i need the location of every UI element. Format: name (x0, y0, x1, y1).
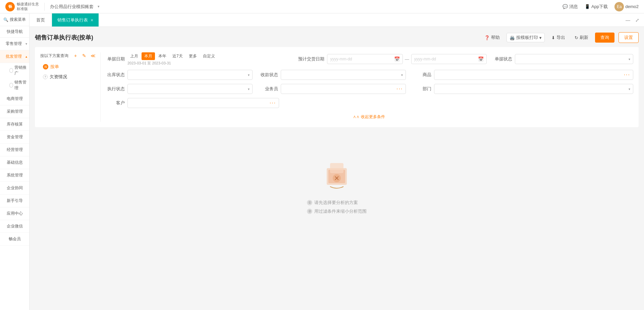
sidebar-item-basic[interactable]: 基础信息 (0, 156, 29, 169)
export-button[interactable]: ⬇ 导出 (549, 33, 568, 42)
tab-home[interactable]: 首页 (30, 13, 52, 27)
calendar-icon: 📅 (394, 56, 400, 62)
tab-active[interactable]: 销售订单执行表 × (52, 13, 99, 27)
sidebar-quick-nav[interactable]: 快捷导航 (0, 26, 29, 38)
dept-select[interactable]: ▾ (434, 84, 633, 94)
filter-row-2: 出库状态 ▾ 收款状态 ▾ (105, 70, 633, 80)
doc-status-label: 单据状态 (492, 56, 512, 62)
export-icon: ⬇ (551, 35, 555, 40)
svg-rect-2 (330, 163, 343, 173)
empty-state: ① 请先选择要分析的方案 ② 用过滤条件来缩小分析范围 (35, 131, 639, 243)
sidebar-item-wechat[interactable]: 企业微信 (0, 220, 29, 233)
tip-num-2: ② (307, 209, 312, 214)
sidebar-item-member[interactable]: 畅会员 (0, 233, 29, 246)
filter-scheme: 按以下方案查询 + ✎ ≪ 按 按单 ? (40, 52, 101, 122)
date-tabs: 上月 本月 本年 近7天 更多 自定义 (127, 52, 290, 60)
sidebar-item-wholesale[interactable]: 批发管理 ▴ (0, 50, 29, 63)
top-bar: 畅 畅捷通好生意 标准版 办公用品行业模拟账套 ▾ 💬 消息 📱 App下载 E… (0, 0, 644, 13)
date-tab-custom[interactable]: 自定义 (200, 52, 218, 60)
chevron-down-icon: ▾ (629, 57, 630, 61)
sidebar-item-retail[interactable]: 零售管理 ▾ (0, 38, 29, 50)
print-icon: 🖨️ (509, 35, 515, 40)
sidebar-item-cooperation[interactable]: 企业协同 (0, 182, 29, 195)
filter-expected-date-field: 预计交货日期 yyyy-mm-dd 📅 — yyyy-mm-dd (298, 54, 486, 64)
dots-icon: ··· (624, 72, 630, 78)
minimize-button[interactable]: — (624, 16, 632, 24)
expected-date-end[interactable]: yyyy-mm-dd 📅 (411, 54, 487, 64)
collect-status-select[interactable]: ▾ (281, 70, 406, 80)
sidebar-item-marketing[interactable]: 营销推广 (0, 63, 29, 78)
filter-dept-field: 部门 ▾ (411, 84, 633, 94)
exec-status-select[interactable]: ▾ (127, 84, 253, 94)
scheme-item-qiankuang[interactable]: ? 欠资情况 (40, 72, 96, 82)
message-button[interactable]: 💬 消息 (562, 4, 578, 10)
sidebar-item-newbie[interactable]: 新手引导 (0, 195, 29, 207)
date-tab-more[interactable]: 更多 (186, 52, 200, 60)
customer-label: 客户 (105, 100, 125, 106)
search-icon: 🔍 (3, 17, 8, 22)
sidebar-item-finance[interactable]: 资金管理 (0, 131, 29, 144)
scheme-edit-button[interactable]: ✎ (81, 52, 88, 59)
expected-date-inputs: yyyy-mm-dd 📅 — yyyy-mm-dd 📅 (327, 54, 486, 64)
help-icon: ❓ (484, 35, 490, 40)
sidebar-item-system[interactable]: 系统管理 (0, 169, 29, 182)
filter-salesman-field: 业务员 ··· (258, 84, 406, 94)
date-tab-this-year[interactable]: 本年 (156, 52, 169, 60)
exec-status-label: 执行状态 (105, 86, 125, 92)
sidebar-search[interactable]: 🔍 搜索菜单 (0, 13, 29, 26)
date-tab-last7[interactable]: 近7天 (170, 52, 185, 60)
sidebar-item-ecommerce[interactable]: 电商管理 (0, 93, 29, 105)
filter-row-4: 客户 ··· (105, 98, 633, 108)
sidebar-item-operation[interactable]: 经营管理 (0, 144, 29, 156)
expected-date-start[interactable]: yyyy-mm-dd 📅 (327, 54, 402, 64)
goods-select[interactable]: ··· (434, 70, 633, 80)
filter-customer-field: 客户 ··· (105, 98, 279, 108)
top-bar-left: 畅 畅捷通好生意 标准版 办公用品行业模拟账套 ▾ (5, 2, 100, 11)
topbar-dropdown-icon[interactable]: ▾ (98, 4, 100, 9)
out-status-select[interactable]: ▾ (127, 70, 253, 80)
filter-out-status-field: 出库状态 ▾ (105, 70, 253, 80)
page-content: 销售订单执行表(按单) ❓ 帮助 🖨️ 按模板打印 ▾ ⬇ 导出 (30, 27, 644, 310)
salesman-select[interactable]: ··· (281, 84, 406, 94)
chevron-down-icon: ▾ (248, 73, 250, 77)
refresh-icon: ↻ (575, 35, 578, 40)
template-print-button[interactable]: 🖨️ 按模板打印 ▾ (506, 33, 545, 42)
scheme-item-badan[interactable]: 按 按单 (40, 62, 96, 72)
top-bar-right: 💬 消息 📱 App下载 Ea demo2 (562, 2, 639, 11)
expected-date-label: 预计交货日期 (298, 56, 324, 62)
scheme-actions: + ✎ ≪ (72, 52, 96, 59)
tab-close-button[interactable]: × (91, 17, 93, 23)
sidebar-item-purchase[interactable]: 采购管理 (0, 105, 29, 118)
scheme-add-button[interactable]: + (72, 52, 79, 59)
collapse-bar[interactable]: ∧∧ 收起更多条件 (105, 112, 633, 122)
dept-label: 部门 (411, 86, 431, 92)
chevron-up-icon: ▴ (25, 55, 27, 58)
sidebar-item-apps[interactable]: 应用中心 (0, 207, 29, 220)
date-tab-this-month[interactable]: 本月 (142, 52, 155, 60)
logo-icon: 畅 (5, 2, 15, 11)
app-download-button[interactable]: 📱 App下载 (585, 4, 608, 10)
query-button[interactable]: 查询 (595, 33, 614, 43)
filter-layout: 按以下方案查询 + ✎ ≪ 按 按单 ? (40, 52, 633, 122)
settings-button[interactable]: 设置 (619, 32, 639, 43)
refresh-button[interactable]: ↻ 刷新 (572, 33, 591, 42)
collapse-up-icon: ∧∧ (353, 114, 361, 119)
dots-icon: ··· (396, 86, 403, 92)
doc-status-select[interactable]: ▾ (515, 54, 633, 64)
salesman-label: 业务员 (258, 86, 278, 92)
page-title-topbar[interactable]: 办公用品行业模拟账套 (50, 4, 94, 10)
sidebar-item-sales[interactable]: 销售管理 (0, 78, 29, 93)
user-profile[interactable]: Ea demo2 (614, 2, 639, 11)
filter-doc-status-field: 单据状态 ▾ (492, 54, 633, 64)
date-tab-last-month[interactable]: 上月 (127, 52, 141, 60)
scheme-collapse-button[interactable]: ≪ (90, 52, 96, 59)
sidebar-item-inventory[interactable]: 库存核算 (0, 118, 29, 131)
maximize-button[interactable]: ⤢ (633, 16, 641, 24)
customer-select[interactable]: ··· (127, 98, 279, 108)
help-button[interactable]: ❓ 帮助 (482, 33, 502, 42)
out-status-label: 出库状态 (105, 72, 125, 78)
filter-goods-field: 商品 ··· (411, 70, 633, 80)
logo-text: 畅捷通好生意 标准版 (17, 2, 39, 11)
empty-tip-row-2: ② 用过滤条件来缩小分析范围 (307, 207, 367, 216)
chevron-down-icon: ▾ (248, 87, 250, 91)
